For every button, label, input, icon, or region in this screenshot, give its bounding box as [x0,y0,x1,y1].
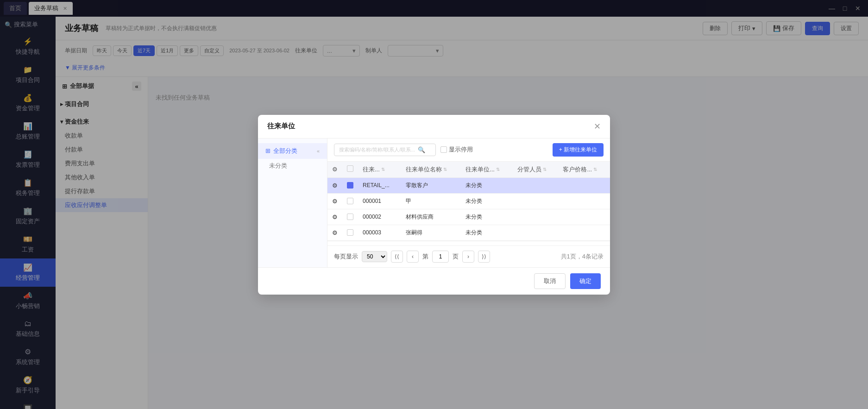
dialog-title: 往来单位 [267,122,295,131]
row-settings[interactable]: ⚙ [327,225,342,240]
row-select-checkbox[interactable] [347,198,353,204]
row-checkbox[interactable] [342,177,358,193]
row-code: 000001 [358,193,401,209]
row-settings[interactable]: ⚙ [327,177,342,193]
confirm-button[interactable]: 确定 [570,273,601,289]
all-category-label: 全部分类 [273,147,297,155]
dialog-main-panel: 搜索编码/名称/简称/联系人/联系... 🔍 显示停用 + 新增往来单位 [327,138,610,267]
row-category: 未分类 [461,225,513,240]
dialog-toolbar: 搜索编码/名称/简称/联系人/联系... 🔍 显示停用 + 新增往来单位 [327,138,610,162]
row-price-level [558,225,610,240]
table-header-row: ⚙ 往来... ⇅ [327,162,610,178]
row-code: 000003 [358,225,401,240]
show-inactive-label[interactable]: 显示停用 [440,145,473,154]
table-row[interactable]: ⚙ RETAIL_... 零散客户 未分类 [327,177,610,193]
table-row[interactable]: ⚙ 000002 材料供应商 未分类 [327,209,610,225]
row-checkbox[interactable] [342,209,358,225]
total-records: 共1页，4条记录 [561,252,604,261]
code-sort-icon[interactable]: ⇅ [381,167,385,172]
page-suffix: 页 [453,252,459,261]
dialog-footer: 取消 确定 [258,267,610,295]
row-settings-icon: ⚙ [332,182,338,189]
row-assignee [513,225,559,240]
cancel-button[interactable]: 取消 [534,273,566,289]
per-page-select[interactable]: 50 20 100 [362,251,387,262]
counterparty-search-input[interactable]: 搜索编码/名称/简称/联系人/联系... 🔍 [334,144,436,156]
search-placeholder-text: 搜索编码/名称/简称/联系人/联系... [339,146,415,153]
assignee-sort-icon[interactable]: ⇅ [543,167,547,172]
settings-icon: ⚙ [332,166,338,173]
row-code: 000002 [358,209,401,225]
counterparty-table: ⚙ 往来... ⇅ [327,162,610,241]
dialog-table-body: ⚙ RETAIL_... 零散客户 未分类 ⚙ 000001 甲 未分类 ⚙ 0… [327,177,610,240]
row-settings-icon: ⚙ [332,229,338,236]
unclassified-label: 未分类 [269,162,287,169]
page-label: 第 [422,252,428,261]
row-settings-icon: ⚙ [332,198,338,205]
h-scroll-bar[interactable] [327,241,610,245]
prev-page-btn[interactable]: ‹ [407,251,419,263]
th-checkbox[interactable] [342,162,358,178]
row-name: 零散客户 [401,177,461,193]
row-checkbox[interactable] [342,225,358,240]
dialog-sidebar-collapse[interactable]: « [317,148,320,154]
add-counterparty-btn[interactable]: + 新增往来单位 [553,143,604,157]
page-number-input[interactable] [432,251,449,263]
price-sort-icon[interactable]: ⇅ [593,167,597,172]
row-assignee [513,177,559,193]
row-assignee [513,193,559,209]
search-icon: 🔍 [418,146,425,153]
row-select-checkbox[interactable] [347,182,353,189]
show-inactive-checkbox[interactable] [440,146,447,153]
dialog-close-btn[interactable]: ✕ [594,121,601,132]
row-code: RETAIL_... [358,177,401,193]
th-setting[interactable]: ⚙ [327,162,342,178]
show-inactive-text: 显示停用 [449,145,473,154]
row-name: 材料供应商 [401,209,461,225]
row-checkbox[interactable] [342,193,358,209]
dialog-sidebar-unclassified[interactable]: 未分类 [258,159,327,173]
all-category-icon: ⊞ [265,147,270,154]
first-page-btn[interactable]: ⟨⟨ [391,251,403,263]
counterparty-dialog: 往来单位 ✕ ⊞ 全部分类 « 未分类 搜索编码/ [258,115,610,295]
th-category: 往来单位... ⇅ [461,162,513,178]
row-price-level [558,177,610,193]
select-all-checkbox[interactable] [347,165,353,172]
th-name: 往来单位名称 ⇅ [401,162,461,178]
row-assignee [513,209,559,225]
table-row[interactable]: ⚙ 000003 张嗣得 未分类 [327,225,610,240]
row-select-checkbox[interactable] [347,214,353,220]
row-price-level [558,209,610,225]
row-select-checkbox[interactable] [347,229,353,236]
row-settings-icon: ⚙ [332,214,338,220]
category-sort-icon[interactable]: ⇅ [496,167,500,172]
dialog-body: ⊞ 全部分类 « 未分类 搜索编码/名称/简称/联系人/联系... 🔍 [258,138,610,267]
row-name: 张嗣得 [401,225,461,240]
th-assignee: 分管人员 ⇅ [513,162,559,178]
name-sort-icon[interactable]: ⇅ [443,167,447,172]
dialog-header: 往来单位 ✕ [258,115,610,138]
dialog-table: ⚙ 往来... ⇅ [327,162,610,241]
th-code: 往来... ⇅ [358,162,401,178]
next-page-btn[interactable]: › [462,251,474,263]
row-name: 甲 [401,193,461,209]
row-category: 未分类 [461,193,513,209]
th-price: 客户价格... ⇅ [558,162,610,178]
last-page-btn[interactable]: ⟩⟩ [478,251,490,263]
row-price-level [558,193,610,209]
row-category: 未分类 [461,177,513,193]
table-row[interactable]: ⚙ 000001 甲 未分类 [327,193,610,209]
per-page-label: 每页显示 [334,252,358,261]
dialog-overlay[interactable]: 往来单位 ✕ ⊞ 全部分类 « 未分类 搜索编码/ [0,0,868,409]
row-settings[interactable]: ⚙ [327,193,342,209]
row-category: 未分类 [461,209,513,225]
row-settings[interactable]: ⚙ [327,209,342,225]
dialog-sidebar: ⊞ 全部分类 « 未分类 [258,138,327,267]
dialog-pagination: 每页显示 50 20 100 ⟨⟨ ‹ 第 页 › ⟩⟩ 共1页，4条记录 [327,245,610,267]
dialog-sidebar-all[interactable]: ⊞ 全部分类 « [258,143,327,159]
